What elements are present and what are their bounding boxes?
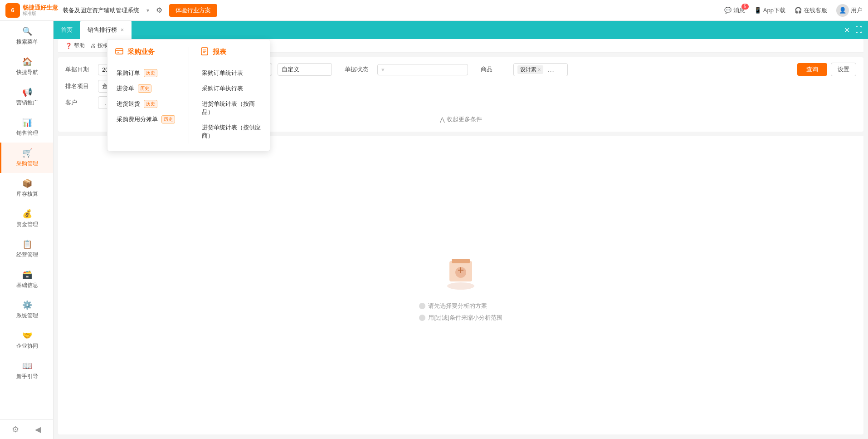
dropdown-report-incoming-by-supplier[interactable]: 进货单统计表（按供应商） xyxy=(200,120,263,143)
date-label: 单据日期 xyxy=(65,65,93,74)
goods-more-dots[interactable]: … xyxy=(547,65,554,74)
status-label: 单据状态 xyxy=(345,65,372,74)
purchase-dropdown-menu: 采购业务 采购订单 历史 进货单 历史 进货退货 历史 采购费用分摊单 历史 xyxy=(107,39,270,151)
filter-actions: 查询 设置 xyxy=(797,63,856,76)
sidebar-item-quicknav[interactable]: 🏠 快捷导航 xyxy=(0,51,53,82)
industry-button[interactable]: 体验行业方案 xyxy=(169,4,217,17)
sidebar-settings-button[interactable]: ⚙ xyxy=(12,424,19,434)
dropdown-report-incoming-by-goods[interactable]: 进货单统计表（按商品） xyxy=(200,96,263,120)
tab-actions: ✕ ⛶ xyxy=(839,21,868,39)
tab-close-window-button[interactable]: ✕ xyxy=(842,24,852,36)
report-col: 报表 采购订单统计表 采购订单执行表 进货单统计表（按商品） 进货单统计表（按供… xyxy=(200,47,263,143)
tab-bar: 首页 销售排行榜 × ✕ ⛶ xyxy=(54,21,868,39)
report-col-icon xyxy=(200,47,209,57)
operations-icon: 📋 xyxy=(22,239,32,249)
purchase-icon: 🛒 xyxy=(22,148,32,158)
search-icon: 🔍 xyxy=(22,26,32,36)
sidebar-item-marketing[interactable]: 📢 营销推广 xyxy=(0,82,53,112)
gear-button[interactable]: ⚙ xyxy=(153,4,166,17)
messages-badge: 5 xyxy=(741,4,749,10)
tab-sales-ranking[interactable]: 销售排行榜 × xyxy=(80,21,132,39)
sidebar-item-basic[interactable]: 🗃️ 基础信息 xyxy=(0,264,53,295)
logo-sub: 标准版 xyxy=(23,11,58,16)
phone-icon: 📱 xyxy=(754,7,761,14)
sidebar-item-enterprise[interactable]: 🤝 企业协同 xyxy=(0,325,53,355)
dropdown-purchase-order[interactable]: 采购订单 历史 xyxy=(115,65,178,81)
sidebar-item-purchase[interactable]: 🛒 采购管理 xyxy=(0,143,53,173)
sales-icon: 📊 xyxy=(22,118,32,128)
col-divider xyxy=(189,47,189,143)
goods-filter[interactable]: 设计素 × … xyxy=(513,63,568,76)
dropdown-expense[interactable]: 采购费用分摊单 历史 xyxy=(115,112,178,127)
home-icon: 🏠 xyxy=(22,57,32,67)
collapse-filter-button[interactable]: ⋀ 收起更多条件 xyxy=(434,113,488,126)
enterprise-icon: 🤝 xyxy=(22,330,32,340)
tab-maximize-button[interactable]: ⛶ xyxy=(853,24,864,36)
online-service-button[interactable]: 🎧 在线客服 xyxy=(795,6,827,15)
sidebar-item-operations[interactable]: 📋 经营管理 xyxy=(0,234,53,264)
marketing-icon: 📢 xyxy=(22,87,32,97)
sidebar-item-newbie[interactable]: 📖 新手引导 xyxy=(0,355,53,386)
basic-icon: 🗃️ xyxy=(22,270,32,280)
status-filter[interactable]: ▾ xyxy=(377,64,468,75)
svg-rect-4 xyxy=(452,259,470,263)
print-icon: 🖨 xyxy=(90,43,96,49)
goods-tag: 设计素 × xyxy=(517,65,543,74)
sidebar-item-system[interactable]: ⚙️ 系统管理 xyxy=(0,295,53,325)
history-badge-3: 历史 xyxy=(161,115,175,123)
system-icon: ⚙️ xyxy=(22,300,32,310)
date-preset-custom[interactable]: 自定义 xyxy=(278,63,332,76)
purchase-col: 采购业务 采购订单 历史 进货单 历史 进货退货 历史 采购费用分摊单 历史 xyxy=(115,47,178,143)
top-bar: 6 畅捷通好生意 标准版 装备及固定资产辅助管理系统 ▾ ⚙ 体验行业方案 💬 … xyxy=(0,0,868,21)
user-button[interactable]: 👤 用户 xyxy=(836,4,863,17)
sidebar-item-search[interactable]: 🔍 搜索菜单 xyxy=(0,21,53,51)
settings-button[interactable]: 设置 xyxy=(831,63,856,76)
inventory-icon: 📦 xyxy=(22,178,32,188)
goods-label: 商品 xyxy=(481,65,508,74)
message-icon: 💬 xyxy=(724,7,731,14)
rank-label: 排名项目 xyxy=(65,82,93,90)
goods-tag-close[interactable]: × xyxy=(538,67,541,72)
customer-label: 客户 xyxy=(65,99,93,107)
svg-rect-8 xyxy=(116,49,123,54)
help-icon: ❓ xyxy=(65,43,72,49)
messages-button[interactable]: 💬 消息 5 xyxy=(724,6,745,15)
empty-tip-2: 用[过滤]条件来缩小分析范围 xyxy=(428,312,502,324)
sidebar: 🔍 搜索菜单 🏠 快捷导航 📢 营销推广 📊 销售管理 🛒 采购管理 📦 库存核… xyxy=(0,21,54,439)
history-badge-2: 历史 xyxy=(144,100,157,108)
report-col-header: 报表 xyxy=(200,47,263,60)
dropdown-report-order-stat[interactable]: 采购订单统计表 xyxy=(200,65,263,81)
empty-tip-1: 请先选择要分析的方案 xyxy=(428,300,487,312)
empty-tips: 请先选择要分析的方案 用[过滤]条件来缩小分析范围 xyxy=(419,300,502,324)
logo-main: 畅捷通好生意 xyxy=(23,4,58,11)
help-button[interactable]: ❓ 帮助 xyxy=(65,42,85,49)
sidebar-item-sales[interactable]: 📊 销售管理 xyxy=(0,112,53,143)
svg-text:6: 6 xyxy=(11,7,14,14)
sidebar-item-finance[interactable]: 💰 资金管理 xyxy=(0,203,53,234)
dropdown-incoming[interactable]: 进货单 历史 xyxy=(115,81,178,96)
sidebar-item-inventory[interactable]: 📦 库存核算 xyxy=(0,173,53,203)
main-layout: 🔍 搜索菜单 🏠 快捷导航 📢 营销推广 📊 销售管理 🛒 采购管理 📦 库存核… xyxy=(0,21,868,439)
query-button[interactable]: 查询 xyxy=(797,63,827,76)
purchase-col-header: 采购业务 xyxy=(115,47,178,60)
app-logo-icon: 6 xyxy=(5,3,20,18)
empty-illustration xyxy=(438,247,483,293)
dropdown-return[interactable]: 进货退货 历史 xyxy=(115,96,178,112)
collapse-icon: ⋀ xyxy=(440,116,445,123)
history-badge-0: 历史 xyxy=(144,69,157,77)
user-avatar: 👤 xyxy=(836,4,849,17)
tab-home[interactable]: 首页 xyxy=(54,21,80,39)
headset-icon: 🎧 xyxy=(795,7,802,14)
purchase-col-icon xyxy=(115,47,124,57)
sidebar-bottom: ⚙ ◀ xyxy=(0,419,53,439)
tab-close-button[interactable]: × xyxy=(121,27,124,33)
logo-text: 畅捷通好生意 标准版 xyxy=(23,4,58,17)
svg-point-2 xyxy=(447,282,474,290)
system-dropdown-arrow[interactable]: ▾ xyxy=(146,7,149,14)
sidebar-collapse-button[interactable]: ◀ xyxy=(35,424,41,434)
empty-state: 请先选择要分析的方案 用[过滤]条件来缩小分析范围 xyxy=(58,136,863,434)
app-download-button[interactable]: 📱 App下载 xyxy=(754,6,785,15)
content-area: 首页 销售排行榜 × ✕ ⛶ ❓ 帮助 🖨 按模板打印 xyxy=(54,21,868,439)
dropdown-report-order-exec[interactable]: 采购订单执行表 xyxy=(200,81,263,96)
top-middle: 装备及固定资产辅助管理系统 ▾ ⚙ 体验行业方案 xyxy=(59,4,724,17)
